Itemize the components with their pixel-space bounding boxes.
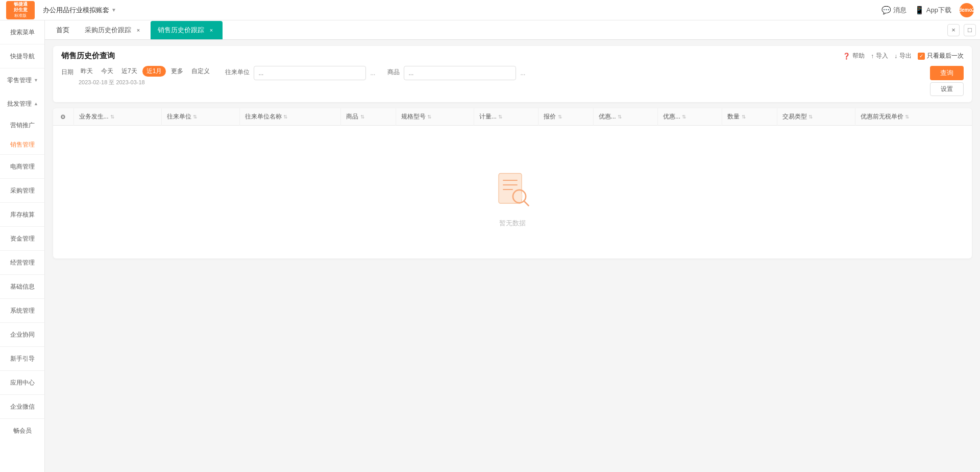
tab-sales-history[interactable]: 销售历史价跟踪 × [151,21,223,39]
sort-icon-quoted-price: ⇅ [558,114,562,120]
sidebar-item-basic-info[interactable]: 基础信息 [0,275,44,298]
content-area: 首页 采购历史价跟踪 × 销售历史价跟踪 × × □ 销售历史价查询 [45,20,980,472]
th-unit-label: 计量... [479,113,497,120]
empty-illustration [489,167,535,213]
tab-sales-history-close[interactable]: × [207,26,215,34]
window-maximize-button[interactable]: □ [964,24,976,36]
th-partner-code[interactable]: 往来单位 ⇅ [161,108,239,126]
th-settings[interactable]: ⚙ [53,108,74,126]
sort-icon-pre-tax-price: ⇅ [905,114,909,120]
query-panel: 销售历史价查询 ❓ 帮助 ↑ 导入 ↓ 导出 [53,46,972,102]
th-spec[interactable]: 规格型号 ⇅ [396,108,474,126]
sidebar-item-purchase-mgmt[interactable]: 采购管理 [0,179,44,202]
partner-input-group: ... [254,66,375,80]
account-name: 办公用品行业模拟账套 [43,6,109,15]
user-profile[interactable]: demo2 [960,3,974,17]
sidebar-item-wholesale-mgmt[interactable]: 批发管理 ▲ [0,92,44,115]
message-button[interactable]: 💬 消息 [881,6,906,15]
import-button[interactable]: ↑ 导入 [871,52,888,60]
date-btn-custom[interactable]: 自定义 [188,66,213,77]
date-filter: 日期 昨天 今天 近7天 近1月 更多 自定义 2023-02-18 至 202… [61,66,213,86]
th-transaction-type[interactable]: 交易类型 ⇅ [777,108,855,126]
tab-bar-controls: × □ [947,24,976,36]
filter-actions: 查询 设置 [930,66,964,96]
sidebar-item-system-mgmt[interactable]: 系统管理 [0,299,44,322]
th-business-date[interactable]: 业务发生... ⇅ [74,108,161,126]
date-btn-7days[interactable]: 近7天 [118,66,140,77]
sort-icon-partner-code: ⇅ [193,114,197,120]
th-pre-tax-price[interactable]: 优惠前无税单价 ⇅ [855,108,972,126]
th-discount-rate[interactable]: 优惠... ⇅ [593,108,657,126]
ecommerce-label: 电商管理 [10,162,35,171]
sidebar-item-vip-member[interactable]: 畅会员 [0,419,44,442]
inventory-label: 库存核算 [10,210,35,219]
th-partner-code-label: 往来单位 [167,113,191,120]
th-quantity[interactable]: 数量 ⇅ [722,108,777,126]
sidebar-item-search-menu[interactable]: 搜索菜单 [0,20,44,44]
sidebar-item-inventory[interactable]: 库存核算 [0,203,44,226]
sidebar-item-enterprise-wechat[interactable]: 企业微信 [0,395,44,418]
settings-icon: ⚙ [60,113,66,121]
sort-icon-discount-amount: ⇅ [682,114,686,120]
date-btn-1month[interactable]: 近1月 [142,66,166,77]
date-btn-yesterday[interactable]: 昨天 [78,66,96,77]
th-discount-amount[interactable]: 优惠... ⇅ [657,108,722,126]
marketing-label: 营销推广 [10,121,35,130]
enterprise-collab-label: 企业协同 [10,331,35,339]
account-dropdown[interactable]: 办公用品行业模拟账套 ▼ [39,4,120,17]
query-button[interactable]: 查询 [930,66,964,80]
date-btn-more[interactable]: 更多 [168,66,186,77]
help-button[interactable]: ❓ 帮助 [843,52,865,60]
top-bar-actions: 💬 消息 📱 App下载 demo2 [881,3,974,17]
sidebar-item-app-center[interactable]: 应用中心 [0,371,44,394]
table-header-row: ⚙ 业务发生... ⇅ 往来单位 ⇅ [53,108,972,126]
th-spec-label: 规格型号 [401,113,426,120]
only-last-checkbox[interactable]: ✓ 只看最后一次 [918,52,964,60]
sidebar-item-operations[interactable]: 经营管理 [0,251,44,274]
table-panel: ⚙ 业务发生... ⇅ 往来单位 ⇅ [53,108,972,258]
sidebar-item-finance[interactable]: 资金管理 [0,227,44,250]
tab-home-label: 首页 [56,26,69,35]
sidebar-item-ecommerce[interactable]: 电商管理 [0,155,44,178]
tab-home[interactable]: 首页 [49,21,77,39]
app-download-button[interactable]: 📱 App下载 [915,6,951,15]
query-header: 销售历史价查询 ❓ 帮助 ↑ 导入 ↓ 导出 [53,46,972,61]
th-product[interactable]: 商品 ⇅ [341,108,396,126]
date-shortcuts: 昨天 今天 近7天 近1月 更多 自定义 [78,66,213,77]
sidebar-item-new-guide[interactable]: 新手引导 [0,347,44,370]
sidebar-item-quick-nav[interactable]: 快捷导航 [0,44,44,68]
sidebar-item-marketing[interactable]: 营销推广 [0,115,44,135]
sidebar-item-retail-mgmt[interactable]: 零售管理 ▼ [0,68,44,92]
export-icon: ↓ [894,53,897,60]
product-label: 商品 [387,66,400,77]
th-pre-tax-price-label: 优惠前无税单价 [861,113,903,120]
tab-purchase-history[interactable]: 采购历史价跟踪 × [78,21,150,39]
sidebar-item-enterprise-collab[interactable]: 企业协同 [0,323,44,346]
empty-state: 暂无数据 [53,126,972,258]
sidebar-item-sales-mgmt[interactable]: 销售管理 [0,135,44,154]
new-guide-label: 新手引导 [10,355,35,363]
product-input[interactable] [404,66,516,80]
main-layout: 搜索菜单 快捷导航 零售管理 ▼ 批发管理 ▲ 营销推广 销售管理 电商管理 采… [0,20,980,472]
setting-button[interactable]: 设置 [930,82,964,96]
th-partner-name[interactable]: 往来单位名称 ⇅ [239,108,341,126]
window-close-button[interactable]: × [947,24,960,36]
empty-text: 暂无数据 [499,219,526,228]
filter-row: 日期 昨天 今天 近7天 近1月 更多 自定义 2023-02-18 至 202… [53,61,972,102]
th-unit[interactable]: 计量... ⇅ [474,108,538,126]
svg-point-5 [516,193,523,200]
partner-input[interactable] [254,66,366,80]
basic-info-label: 基础信息 [10,282,35,291]
th-quoted-price[interactable]: 报价 ⇅ [538,108,593,126]
search-menu-label: 搜索菜单 [10,28,35,37]
tab-sales-history-label: 销售历史价跟踪 [158,26,204,35]
product-input-group: ... [404,66,525,80]
th-quantity-label: 数量 [727,113,740,120]
date-btn-today[interactable]: 今天 [98,66,116,77]
app-logo: 畅捷通 好生意 标准版 [6,1,35,19]
date-group: 昨天 今天 近7天 近1月 更多 自定义 2023-02-18 至 2023-0… [78,66,213,86]
sort-icon-business-date: ⇅ [110,114,114,120]
tab-purchase-history-close[interactable]: × [134,26,142,34]
export-button[interactable]: ↓ 导出 [894,52,912,60]
product-filter: 商品 ... [387,66,525,80]
